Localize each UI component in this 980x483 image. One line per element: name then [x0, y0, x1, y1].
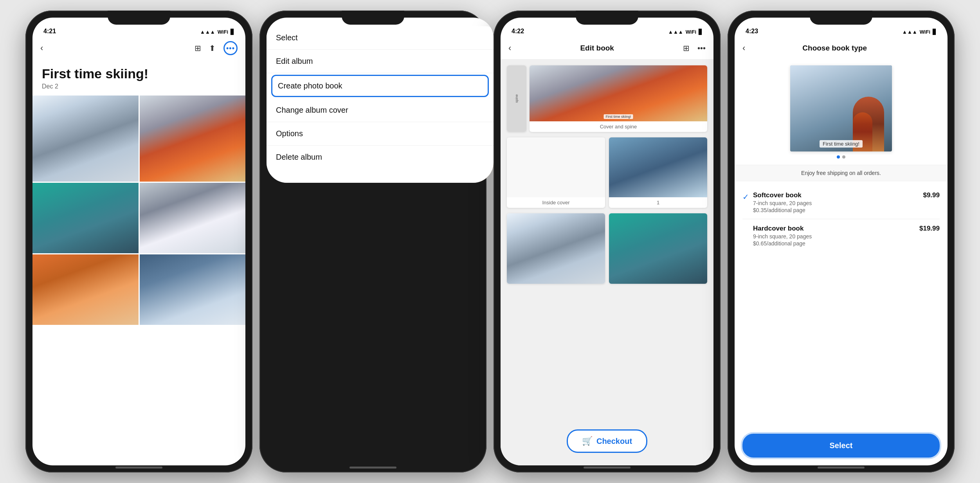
more-pages-row	[507, 213, 707, 284]
select-btn-container: Select	[735, 430, 948, 465]
back-button-1[interactable]: ‹	[40, 43, 43, 53]
phone-2: 4:21 ▲▲▲ WiFi ▊ ‹ ⊞ ⬆ ••• First time ski…	[259, 11, 486, 472]
dot-1[interactable]	[837, 155, 840, 159]
softcover-name: Softcover book	[753, 191, 919, 199]
softcover-detail-2: $0.35/additional page	[753, 207, 919, 213]
cover-page[interactable]: First time skiing! Cover and spine	[530, 65, 707, 132]
cover-row: spine First time skiing! Cover and spine	[507, 65, 707, 132]
softcover-detail-1: 7-inch square, 20 pages	[753, 200, 919, 206]
inner-pages-row: Inside cover 1	[507, 137, 707, 208]
battery-icon-3: ▊	[699, 29, 703, 35]
inside-cover-label: Inside cover	[507, 197, 605, 208]
add-page-icon-3[interactable]: ⊞	[683, 43, 690, 53]
context-menu: Select Edit album Create photo book Chan…	[267, 26, 494, 183]
spine-page[interactable]: spine	[507, 65, 526, 132]
battery-icon-1: ▊	[231, 29, 234, 35]
add-photo-icon-1[interactable]: ⊞	[195, 43, 201, 53]
menu-change-cover[interactable]: Change album cover	[267, 99, 494, 122]
photo-1[interactable]	[32, 96, 139, 182]
cart-icon: 🛒	[582, 436, 593, 446]
home-indicator-1	[115, 467, 162, 469]
nav-bar-1: ‹ ⊞ ⬆ •••	[32, 37, 245, 59]
dot-2[interactable]	[842, 155, 845, 159]
photo-4[interactable]	[140, 183, 246, 253]
wifi-icon-1: WiFi	[218, 29, 228, 35]
book-cover-image: First time skiing!	[790, 65, 892, 151]
photo-5[interactable]	[32, 254, 139, 325]
photo-grid-1	[32, 96, 245, 465]
album-date-1: Dec 2	[32, 83, 245, 96]
hardcover-detail-2: $0.65/additional page	[753, 240, 915, 247]
notch-2	[342, 11, 404, 25]
softcover-price: $9.99	[923, 191, 940, 199]
share-icon-1[interactable]: ⬆	[209, 43, 216, 53]
notch-4	[810, 11, 872, 25]
phone-1: 4:21 ▲▲▲ WiFi ▊ ‹ ⊞ ⬆ ••• First time ski…	[25, 11, 252, 472]
softcover-option[interactable]: ✓ Softcover book 7-inch square, 20 pages…	[742, 186, 940, 219]
menu-create-photo-book[interactable]: Create photo book	[271, 75, 489, 97]
phone-3: 4:22 ▲▲▲ WiFi ▊ ‹ Edit book ⊞ ••• spine	[494, 11, 721, 472]
notch-1	[108, 11, 170, 25]
notch-3	[576, 11, 638, 25]
pagination-dots	[837, 155, 845, 159]
status-icons-4: ▲▲▲ WiFi ▊	[902, 29, 937, 35]
hardcover-name: Hardcover book	[753, 225, 915, 232]
page-1-label: 1	[609, 197, 707, 208]
time-4: 4:23	[746, 28, 758, 35]
photo-6[interactable]	[140, 254, 246, 325]
menu-select[interactable]: Select	[267, 26, 494, 50]
cover-spine-label: Cover and spine	[530, 121, 707, 132]
hardcover-price: $19.99	[919, 225, 940, 232]
checkout-label: Checkout	[596, 437, 632, 446]
back-button-4[interactable]: ‹	[742, 43, 745, 53]
softcover-check-icon: ✓	[742, 192, 749, 202]
battery-icon-4: ▊	[933, 29, 937, 35]
edit-book-pages: spine First time skiing! Cover and spine…	[501, 59, 713, 425]
signal-icon-1: ▲▲▲	[200, 29, 215, 35]
menu-delete[interactable]: Delete album	[267, 146, 494, 169]
inside-cover-page[interactable]: Inside cover	[507, 137, 605, 208]
album-title-1: First time skiing!	[32, 59, 245, 83]
status-icons-1: ▲▲▲ WiFi ▊	[200, 29, 234, 35]
phone-4: 4:23 ▲▲▲ WiFi ▊ ‹ Choose book type First…	[728, 11, 955, 472]
choose-book-title: Choose book type	[802, 44, 867, 52]
select-button[interactable]: Select	[742, 434, 940, 458]
wifi-icon-4: WiFi	[920, 29, 930, 35]
signal-icon-3: ▲▲▲	[668, 29, 683, 35]
status-icons-3: ▲▲▲ WiFi ▊	[668, 29, 703, 35]
edit-book-title: Edit book	[580, 44, 614, 52]
nav-bar-3: ‹ Edit book ⊞ •••	[501, 37, 713, 59]
nav-bar-4: ‹ Choose book type	[735, 37, 948, 59]
hardcover-detail-1: 9-inch square, 20 pages	[753, 233, 915, 240]
checkout-button[interactable]: 🛒 Checkout	[567, 429, 647, 453]
more-icon-3[interactable]: •••	[697, 44, 706, 53]
more-dots-button-1[interactable]: •••	[223, 41, 238, 55]
menu-edit-album[interactable]: Edit album	[267, 50, 494, 73]
home-indicator-3	[584, 467, 631, 469]
photo-2[interactable]	[140, 96, 246, 182]
shipping-banner: Enjoy free shipping on all orders.	[735, 165, 948, 181]
book-cover-preview: First time skiing!	[735, 59, 948, 165]
back-button-3[interactable]: ‹	[508, 43, 511, 53]
page-3[interactable]	[609, 213, 707, 284]
page-1[interactable]: 1	[609, 137, 707, 208]
softcover-info: Softcover book 7-inch square, 20 pages $…	[753, 191, 919, 213]
photo-3[interactable]	[32, 183, 139, 253]
checkout-row: 🛒 Checkout	[501, 425, 713, 465]
hardcover-info: Hardcover book 9-inch square, 20 pages $…	[753, 225, 915, 247]
hardcover-option[interactable]: ✓ Hardcover book 9-inch square, 20 pages…	[742, 219, 940, 252]
home-indicator-2	[349, 467, 396, 469]
home-indicator-4	[818, 467, 865, 469]
wifi-icon-3: WiFi	[686, 29, 696, 35]
book-type-content: First time skiing! Enjoy free shipping o…	[735, 59, 948, 465]
hardcover-check-icon: ✓	[742, 225, 749, 235]
menu-options[interactable]: Options	[267, 122, 494, 146]
book-options-list: ✓ Softcover book 7-inch square, 20 pages…	[735, 181, 948, 430]
time-3: 4:22	[512, 28, 524, 35]
cover-title-text: First time skiing!	[820, 140, 863, 148]
signal-icon-4: ▲▲▲	[902, 29, 917, 35]
time-1: 4:21	[43, 28, 56, 35]
page-2[interactable]	[507, 213, 605, 284]
